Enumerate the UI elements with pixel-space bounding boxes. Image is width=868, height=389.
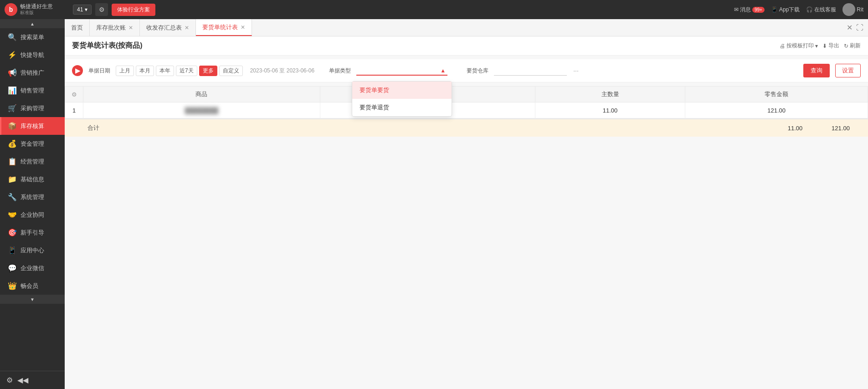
sidebar-item-label: 基础信息	[21, 175, 44, 184]
column-settings-icon[interactable]: ⚙	[72, 91, 77, 98]
sidebar-item-label: 应用中心	[21, 246, 44, 255]
cell-quantity: 11.00	[535, 102, 685, 118]
fullscreen-icon[interactable]: ⛶	[855, 23, 864, 33]
sidebar-item-guide[interactable]: 🎯 新手引导	[0, 224, 65, 241]
chevron-down-icon: ▾	[85, 6, 87, 13]
megaphone-icon: 📢	[8, 68, 17, 77]
sidebar-item-label: 快捷导航	[21, 51, 44, 59]
close-all-icon[interactable]: ✕	[846, 22, 853, 33]
sidebar-item-finance[interactable]: 💰 资金管理	[0, 135, 65, 153]
crown-icon: 👑	[8, 282, 17, 290]
app-download-item[interactable]: 📱 App下载	[771, 6, 800, 14]
sidebar-collapse-icon[interactable]: ◀◀	[17, 376, 28, 384]
sidebar-item-search[interactable]: 🔍 搜索菜单	[0, 28, 65, 46]
type-filter-input[interactable]	[356, 66, 447, 76]
dropdown-item-requisition-purchase[interactable]: 要货单要货	[352, 82, 452, 99]
service-item[interactable]: 🎧 在线客服	[806, 6, 836, 14]
curr-year-button[interactable]: 本年	[156, 66, 174, 76]
chat-icon: 💬	[8, 264, 17, 272]
dropdown-item-requisition-return[interactable]: 要货单退货	[352, 99, 452, 116]
cell-product: ████████	[83, 102, 320, 118]
sidebar-item-member[interactable]: 👑 畅会员	[0, 277, 65, 295]
sidebar-item-enterprise[interactable]: 🤝 企业协同	[0, 206, 65, 224]
tab-bar: 首页 库存批次账 ✕ 收发存汇总表 ✕ 要货单统计表 ✕ ✕ ⛶	[65, 19, 868, 36]
sidebar-item-system[interactable]: 🔧 系统管理	[0, 188, 65, 206]
col-product: 商品	[83, 87, 320, 102]
tab-requisition-stats-close[interactable]: ✕	[241, 24, 245, 31]
logo-area: b 畅捷通好生意 标准版	[5, 3, 68, 16]
chart-icon: 📊	[8, 86, 17, 95]
sidebar-scroll-down[interactable]: ▼	[0, 295, 65, 304]
refresh-label: 刷新	[850, 42, 861, 50]
more-dates-button[interactable]: 更多	[199, 66, 217, 76]
handshake-icon: 🤝	[8, 210, 17, 219]
header-right: ✉ 消息 99+ 📱 App下载 🎧 在线客服 Rit	[734, 3, 863, 16]
refresh-icon: ↻	[844, 43, 848, 49]
prev-month-button[interactable]: 上月	[116, 66, 134, 76]
sidebar-item-label: 采购管理	[21, 104, 44, 113]
custom-date-button[interactable]: 自定义	[219, 66, 243, 76]
tab-home[interactable]: 首页	[65, 19, 90, 36]
page-content: 要货单统计表(按商品) 🖨 按模板打印 ▾ ⬇ 导出 ↻ 刷新	[65, 36, 868, 389]
sidebar-item-app-center[interactable]: 📱 应用中心	[0, 241, 65, 259]
sidebar-item-label: 营销推广	[21, 69, 44, 77]
sidebar-item-wechat[interactable]: 💬 企业微信	[0, 259, 65, 277]
phone-icon: 📱	[8, 246, 17, 255]
app-label: App下载	[779, 6, 800, 14]
export-icon: ⬇	[822, 43, 827, 49]
logo-icon: b	[5, 3, 17, 16]
clipboard-icon: 📋	[8, 157, 17, 166]
table-header-row: ⚙ 商品 主计量单位 主数量 零售金额	[65, 87, 868, 102]
message-item[interactable]: ✉ 消息 99+	[734, 6, 765, 14]
query-button[interactable]: 查询	[803, 64, 830, 77]
warehouse-filter-input[interactable]	[494, 66, 567, 76]
filter-area: ▶ 单据日期 上月 本月 本年 近7天 更多 自定义 2023-05-06 至 …	[65, 59, 868, 82]
tab-bar-right: ✕ ⛶	[842, 19, 868, 36]
sidebar-item-shortcut[interactable]: ⚡ 快捷导航	[0, 46, 65, 64]
store-name: 41	[77, 6, 83, 13]
store-selector[interactable]: 41 ▾	[73, 5, 92, 15]
top-header: b 畅捷通好生意 标准版 41 ▾ ⚙ 体验行业方案 ✉ 消息 99+ 📱 Ap…	[0, 0, 868, 19]
sidebar-item-sales[interactable]: 📊 销售管理	[0, 82, 65, 99]
sidebar-item-purchase[interactable]: 🛒 采购管理	[0, 99, 65, 117]
sidebar-item-operations[interactable]: 📋 经营管理	[0, 153, 65, 170]
last-7days-button[interactable]: 近7天	[176, 66, 197, 76]
sidebar-item-marketing[interactable]: 📢 营销推广	[0, 64, 65, 82]
print-template-button[interactable]: 🖨 按模板打印 ▾	[780, 42, 818, 50]
export-button[interactable]: ⬇ 导出	[822, 42, 839, 50]
sidebar-item-label: 新手引导	[21, 229, 44, 237]
sidebar-settings-icon[interactable]: ⚙	[6, 376, 13, 384]
tab-receivable-summary-close[interactable]: ✕	[185, 25, 189, 31]
sidebar-item-label: 搜索菜单	[21, 33, 44, 41]
curr-month-button[interactable]: 本月	[136, 66, 154, 76]
sidebar-item-base[interactable]: 📁 基础信息	[0, 170, 65, 188]
search-icon: 🔍	[8, 33, 17, 41]
tab-requisition-stats[interactable]: 要货单统计表 ✕	[196, 19, 252, 36]
filter-expand-button[interactable]: ▶	[72, 65, 83, 76]
sidebar-scroll-up[interactable]: ▲	[0, 19, 65, 28]
sidebar: ▲ 🔍 搜索菜单 ⚡ 快捷导航 📢 营销推广 📊 销售管理 🛒 采购管理 📦 库…	[0, 19, 65, 389]
tab-inventory-batch-close[interactable]: ✕	[128, 25, 133, 31]
user-item[interactable]: Rit	[842, 3, 863, 16]
tab-inventory-batch[interactable]: 库存批次账 ✕	[90, 19, 140, 36]
date-buttons: 上月 本月 本年 近7天 更多 自定义	[116, 66, 243, 76]
settings-icon[interactable]: ⚙	[95, 3, 108, 16]
warehouse-filter-label: 要货仓库	[467, 67, 488, 75]
message-label: 消息	[740, 6, 751, 14]
col-amount: 零售金额	[685, 87, 868, 102]
wrench-icon: 🔧	[8, 193, 17, 201]
column-settings-button[interactable]: 设置	[835, 64, 861, 77]
data-table: ⚙ 商品 主计量单位 主数量 零售金额 1 ████████	[65, 86, 868, 118]
col-settings: ⚙	[65, 87, 83, 102]
warehouse-more-icon[interactable]: ···	[573, 67, 579, 74]
summary-quantity: 11.00	[772, 125, 818, 132]
summary-amount: 121.00	[818, 125, 863, 132]
sidebar-item-inventory[interactable]: 📦 库存核算	[0, 117, 65, 135]
trial-button[interactable]: 体验行业方案	[112, 4, 155, 16]
tab-receivable-summary[interactable]: 收发存汇总表 ✕	[140, 19, 196, 36]
export-label: 导出	[828, 42, 839, 50]
product-name-blurred: ████████	[185, 107, 219, 114]
message-badge: 99+	[752, 7, 765, 13]
tab-receivable-summary-label: 收发存汇总表	[146, 24, 182, 32]
refresh-button[interactable]: ↻ 刷新	[844, 42, 861, 50]
